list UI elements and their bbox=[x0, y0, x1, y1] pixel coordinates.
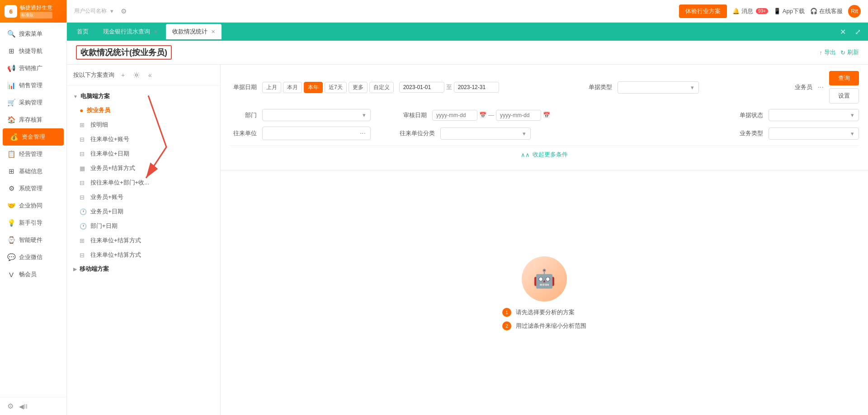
sidebar-item-inventory[interactable]: 🏠 库存核算 bbox=[0, 111, 66, 128]
scheme-group-label: 电脑端方案 bbox=[80, 92, 110, 100]
sidebar-item-enterprise[interactable]: 🤝 企业协同 bbox=[0, 197, 66, 214]
message-badge: 99+ bbox=[756, 8, 768, 14]
counterpart-select[interactable]: ··· bbox=[262, 127, 371, 140]
doc-status-select[interactable]: ▾ bbox=[769, 109, 859, 121]
scheme-item-salesman-date[interactable]: 🕐 业务员+日期 bbox=[67, 204, 220, 219]
shortcut-more[interactable]: 更多 bbox=[349, 82, 368, 93]
sidebar-item-member[interactable]: V 畅会员 bbox=[0, 266, 66, 283]
sidebar-item-label: 基础信息 bbox=[19, 167, 42, 175]
chevron-down3-icon: ▾ bbox=[851, 112, 854, 118]
sidebar-item-basics[interactable]: ⊞ 基础信息 bbox=[0, 163, 66, 180]
sidebar-item-search[interactable]: 🔍 搜索菜单 bbox=[0, 25, 66, 42]
online-service-btn[interactable]: 🎧 在线客服 bbox=[810, 7, 843, 15]
shortcut-last-month[interactable]: 上月 bbox=[262, 82, 281, 93]
breadcrumb-area: 用户公司名称 ▾ ⚙ bbox=[74, 7, 674, 15]
scheme-item-unit-settle1[interactable]: ⊞ 往来单位+结算方式 bbox=[67, 233, 220, 248]
edition-badge: 标准版 bbox=[20, 12, 52, 19]
message-btn[interactable]: 🔔 消息 99+ bbox=[732, 7, 768, 15]
doc-type-select[interactable]: ▾ bbox=[618, 81, 699, 94]
dropdown-icon[interactable]: ▾ bbox=[110, 8, 113, 14]
calendar-icon[interactable]: 📅 bbox=[479, 112, 486, 118]
tab-cash[interactable]: 现金银行流水查询 ✕ bbox=[97, 24, 164, 39]
biz-type-select[interactable]: ▾ bbox=[769, 127, 859, 140]
grid2-icon: ⊞ bbox=[7, 167, 15, 175]
sidebar-item-hardware[interactable]: ⌚ 智能硬件 bbox=[0, 231, 66, 249]
scheme-settings-btn[interactable] bbox=[132, 70, 142, 80]
review-date-end-input[interactable] bbox=[496, 110, 541, 121]
export-btn[interactable]: ↑ 导出 bbox=[820, 48, 836, 57]
tab-receipt[interactable]: 收款情况统计 ✕ bbox=[166, 24, 222, 39]
footer-settings-icon[interactable]: ⚙ bbox=[7, 402, 14, 410]
trial-btn[interactable]: 体验行业方案 bbox=[679, 5, 727, 18]
gear-settings-icon[interactable]: ⚙ bbox=[121, 7, 127, 15]
handshake-icon: 🤝 bbox=[7, 202, 15, 210]
scheme-item-label: 往来单位+结算方式 bbox=[90, 251, 141, 259]
scheme-group-desktop-header[interactable]: ▼ 电脑端方案 bbox=[67, 90, 220, 103]
date-label: 单据日期 bbox=[230, 83, 257, 91]
review-date-label: 审核日期 bbox=[400, 111, 427, 119]
scheme-item-unit-dept[interactable]: ⊟ 按往来单位+部门+收... bbox=[67, 175, 220, 190]
scheme-item-salesman-account[interactable]: ⊟ 业务员+账号 bbox=[67, 190, 220, 204]
sidebar-item-quicknav[interactable]: ⊞ 快捷导航 bbox=[0, 42, 66, 60]
scheme-item-salesman-settle[interactable]: ▦ 业务员+结算方式 bbox=[67, 161, 220, 175]
tab-maximize-btn[interactable]: ⤢ bbox=[851, 26, 864, 38]
sidebar-item-guide[interactable]: 💡 新手引导 bbox=[0, 214, 66, 231]
step-num-2: 2 bbox=[502, 321, 511, 330]
sidebar-item-label: 系统管理 bbox=[19, 184, 42, 193]
add-scheme-btn[interactable]: + bbox=[118, 70, 128, 80]
grid3-icon: ⊞ bbox=[80, 237, 87, 244]
collapse-panel-btn[interactable]: « bbox=[145, 70, 155, 80]
sidebar-item-sales[interactable]: 📊 销售管理 bbox=[0, 77, 66, 94]
refresh-btn[interactable]: ↻ 刷新 bbox=[840, 48, 859, 57]
phone-icon: 📱 bbox=[774, 8, 781, 14]
calendar2-icon[interactable]: 📅 bbox=[543, 112, 550, 118]
scheme-group-mobile: ▶ 移动端方案 bbox=[67, 262, 220, 276]
shortcut-this-month[interactable]: 本月 bbox=[283, 82, 302, 93]
review-date-start-input[interactable] bbox=[432, 110, 477, 121]
shortcut-7days[interactable]: 近7天 bbox=[325, 82, 347, 93]
scheme-item-unit-date[interactable]: ⊟ 往来单位+日期 bbox=[67, 146, 220, 161]
date-end-input[interactable] bbox=[454, 82, 499, 93]
dept-select[interactable]: ▾ bbox=[262, 109, 371, 121]
scheme-item-unit-settle2[interactable]: ⊟ 往来单位+结算方式 bbox=[67, 248, 220, 262]
counterpart-cat-label: 往来单位分类 bbox=[400, 129, 435, 137]
house-icon: 🏠 bbox=[7, 116, 15, 124]
tab-cash-close[interactable]: ✕ bbox=[154, 29, 158, 35]
shortcut-this-year[interactable]: 本年 bbox=[304, 82, 323, 93]
query-btn[interactable]: 查询 bbox=[829, 71, 859, 85]
app-download-btn[interactable]: 📱 App下载 bbox=[774, 7, 805, 15]
logo-area: 6 畅捷通好生意 标准版 bbox=[0, 0, 66, 23]
tab-receipt-close[interactable]: ✕ bbox=[211, 29, 215, 35]
export-icon: ↑ bbox=[820, 49, 823, 56]
scheme-item-salesman[interactable]: ● 按业务员 bbox=[67, 103, 220, 118]
filter-row-3: 往来单位 ··· 往来单位分类 ▾ 业务类型 ▾ bbox=[230, 127, 859, 140]
date-start-input[interactable] bbox=[399, 82, 444, 93]
sidebar-item-marketing[interactable]: 📢 营销推广 bbox=[0, 60, 66, 77]
sidebar-item-label: 销售管理 bbox=[19, 81, 42, 90]
scheme-group-mobile-header[interactable]: ▶ 移动端方案 bbox=[67, 262, 220, 276]
counterpart-more-btn[interactable]: ··· bbox=[360, 129, 366, 137]
tab-close-all-btn[interactable]: ✕ bbox=[836, 26, 849, 38]
shortcut-custom[interactable]: 自定义 bbox=[369, 82, 394, 93]
scheme-item-dept-date[interactable]: 🕐 部门+日期 bbox=[67, 219, 220, 233]
filter-row-1: 单据日期 上月 本月 本年 近7天 更多 自定义 至 bbox=[230, 71, 859, 104]
footer-collapse-icon[interactable]: ◀II bbox=[19, 403, 28, 410]
sidebar-item-finance[interactable]: 💰 资金管理 bbox=[3, 128, 64, 146]
collapse-up-icon: ∧∧ bbox=[521, 151, 530, 158]
collapse-bar[interactable]: ∧∧ 收起更多条件 bbox=[230, 146, 859, 163]
sidebar-item-wechat[interactable]: 💬 企业微信 bbox=[0, 249, 66, 266]
scheme-item-label: 业务员+日期 bbox=[90, 208, 123, 216]
counterpart-cat-select[interactable]: ▾ bbox=[440, 127, 531, 140]
sidebar-item-operation[interactable]: 📋 经营管理 bbox=[0, 146, 66, 163]
sidebar-item-purchase[interactable]: 🛒 采购管理 bbox=[0, 94, 66, 111]
settings-btn[interactable]: 设置 bbox=[829, 88, 859, 104]
avatar-text: Rit bbox=[851, 8, 858, 14]
salesman-more-btn[interactable]: ··· bbox=[818, 83, 824, 91]
scheme-item-label: 按明细 bbox=[90, 121, 108, 129]
sidebar-item-system[interactable]: ⚙ 系统管理 bbox=[0, 180, 66, 197]
tab-receipt-label: 收款情况统计 bbox=[172, 28, 208, 36]
scheme-item-unit-account[interactable]: ⊟ 往来单位+账号 bbox=[67, 132, 220, 146]
user-avatar[interactable]: Rit bbox=[848, 5, 861, 18]
tab-home[interactable]: 首页 bbox=[71, 24, 95, 39]
scheme-item-detail[interactable]: ⊞ 按明细 bbox=[67, 118, 220, 132]
